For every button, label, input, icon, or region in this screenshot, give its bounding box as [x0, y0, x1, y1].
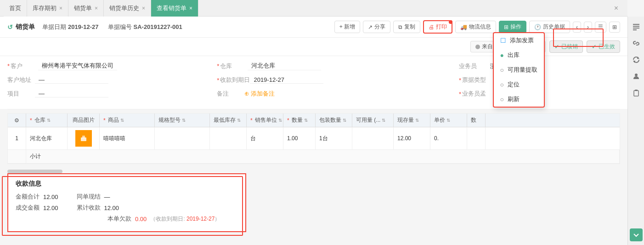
payment-title: 收款信息 [16, 180, 238, 188]
next-button[interactable]: › [584, 22, 592, 33]
form-title-text: 销货单 [16, 23, 35, 31]
th-more: 数 [467, 114, 486, 127]
sort-stock-icon: ⇅ [415, 118, 419, 123]
effect-button[interactable]: ✓ 已生效 [587, 40, 620, 53]
th-settings[interactable]: ⚙ [8, 114, 26, 127]
tab-view-sales[interactable]: 查看销货单 × [151, 0, 198, 17]
subtotal-row: 小计 [8, 150, 620, 164]
settings-icon: ⚙ [14, 117, 19, 124]
view1-button[interactable]: ☰ [595, 22, 606, 33]
customer-value[interactable]: 柳州粤港平安气体有限公司 [38, 62, 117, 70]
logistics-button[interactable]: 🚚 物流信息 [455, 21, 496, 33]
th-minstock[interactable]: 最低库存 ⇅ [210, 114, 247, 127]
payment-total: 金额合计 12.00 [16, 193, 58, 201]
th-stock[interactable]: 现存量 ⇅ [394, 114, 430, 127]
sort-price-icon: ⇅ [446, 118, 450, 123]
address-field: 客户地址 — [7, 76, 169, 84]
td-product-1[interactable]: 嘻嘻嘻嘻 [100, 127, 155, 149]
address-value[interactable]: — [35, 76, 108, 84]
th-product[interactable]: * 商品 ⇅ [100, 114, 155, 127]
history-icon: 🕐 [534, 24, 541, 30]
svg-rect-10 [635, 90, 638, 91]
no-meta: 单据编号 SA-20191227-001 [108, 23, 182, 31]
add-note-button[interactable]: ⊕ 添加备注 [244, 90, 275, 98]
due-date-value[interactable]: 2019-12-27 [250, 76, 323, 84]
grid-icon: ⊞ [504, 24, 508, 30]
scroll-bar[interactable] [7, 170, 620, 173]
sidebar-icon-clipboard[interactable] [630, 86, 643, 99]
payment-cumulative: 累计收款 12.00 [77, 204, 119, 212]
project-value[interactable]: — [35, 90, 108, 97]
td-qty-1[interactable]: 1.00 [283, 127, 316, 149]
td-spec-1[interactable] [155, 127, 210, 149]
sidebar-icon-link[interactable] [630, 37, 643, 50]
tab-close-inventory[interactable]: × [59, 5, 62, 11]
sidebar-icon-user[interactable] [630, 70, 643, 83]
effect-icon: ✓ [592, 43, 597, 50]
tab-close-sales[interactable]: × [95, 5, 98, 11]
warehouse-value[interactable]: 河北仓库 [248, 62, 321, 70]
sidebar-icon-list[interactable] [630, 20, 643, 33]
th-price[interactable]: 单价 ⇅ [430, 114, 467, 127]
avail-icon: ○ [500, 66, 504, 74]
payment-row-2: 成交金额 12.00 累计收款 12.00 [16, 204, 238, 212]
th-spec[interactable]: 规格型号 ⇅ [155, 114, 210, 127]
th-warehouse[interactable]: * 仓库 ⇅ [26, 114, 68, 127]
td-price-1: 0. [430, 127, 467, 149]
prev-button[interactable]: ‹ [573, 22, 581, 33]
tab-inventory-init[interactable]: 库存期初 × [27, 0, 68, 17]
th-pkgqty[interactable]: 包装数量 ⇅ [316, 114, 352, 127]
sidebar-icon-expand[interactable] [630, 228, 643, 239]
tab-close-sales-history[interactable]: × [142, 5, 145, 11]
svg-rect-4 [633, 26, 639, 27]
td-warehouse-1[interactable]: 河北仓库 [26, 127, 68, 149]
dropdown-locate[interactable]: ○ 定位 [494, 77, 544, 92]
tab-sales-history[interactable]: 销货单历史 × [104, 0, 151, 17]
dropdown-outbound[interactable]: ● 出库 [494, 48, 544, 63]
payment-debt: 本单欠款 0.00 （收款到期日: 2019-12-27） [107, 215, 220, 223]
td-minstock-1[interactable] [210, 127, 247, 149]
dropdown-refresh[interactable]: ○ 刷新 [494, 92, 544, 107]
note-field: 备注 ⊕ 添加备注 [217, 90, 378, 98]
tab-sales[interactable]: 销货单 × [68, 0, 104, 17]
right-sidebar [627, 17, 644, 239]
scroll-thumb[interactable] [7, 170, 62, 173]
new-button[interactable]: + 新增 [334, 21, 360, 33]
product-table: ⚙ * 仓库 ⇅ 商品图片 * 商品 ⇅ 规格型号 ⇅ 最低库存 ⇅ [7, 113, 620, 164]
plus-icon: ⊕ [244, 90, 249, 97]
checked-button[interactable]: ✓ 已核销 [549, 40, 583, 53]
operation-button[interactable]: ⊞ 操作 [499, 21, 526, 33]
copy-button[interactable]: ⧉ 复制 [393, 21, 420, 33]
svg-rect-2 [82, 136, 85, 138]
print-button[interactable]: 🖨 打印 [423, 20, 452, 34]
th-qty[interactable]: * 数量 ⇅ [283, 114, 316, 127]
share-button[interactable]: ↗ 分享 [363, 21, 390, 33]
tab-home[interactable]: 首页 [4, 0, 27, 17]
tab-close-view-sales[interactable]: × [189, 5, 192, 11]
sidebar-icon-rotate[interactable] [630, 53, 643, 66]
share-icon: ↗ [368, 24, 373, 30]
svg-rect-9 [634, 91, 638, 96]
sort-minstock-icon: ⇅ [237, 118, 241, 123]
operation-dropdown: ☐ 添加发票 ● 出库 ○ 可用量提取 ○ 定位 ○ 刷新 [493, 32, 545, 108]
svg-rect-3 [633, 24, 639, 25]
sort-unit-icon: ⇅ [278, 118, 282, 123]
dropdown-avail-extract[interactable]: ○ 可用量提取 [494, 63, 544, 77]
th-avail[interactable]: 可用量 (... ⇅ [352, 114, 394, 127]
td-unit-1[interactable]: 台 [247, 127, 283, 149]
payment-box: 收款信息 金额合计 12.00 同单现结 — 成交金额 12.00 累计收款 1… [7, 173, 246, 232]
product-image-1 [75, 130, 92, 147]
view2-button[interactable]: ⊞ [609, 22, 620, 33]
form-meta: 单据日期 2019-12-27 单据编号 SA-20191227-001 [42, 23, 182, 31]
due-date-field: * 收款到期日 2019-12-27 [217, 76, 378, 84]
payment-same-settle: 同单现结 — [77, 193, 110, 201]
history-button[interactable]: 🕐 历史单据 [529, 21, 570, 33]
copy-icon: ⧉ [398, 24, 402, 30]
payment-deal-amount: 成交金额 12.00 [16, 204, 58, 212]
window-close-button[interactable]: × [609, 4, 624, 12]
table-row: 1 河北仓库 嘻嘻嘻嘻 台 1.00 1台 [8, 127, 620, 150]
dropdown-add-invoice[interactable]: ☐ 添加发票 [494, 33, 544, 48]
invoice-icon: ☐ [500, 37, 506, 44]
th-unit[interactable]: * 销售单位 ⇅ [247, 114, 283, 127]
td-pkgqty-1[interactable]: 1台 [316, 127, 352, 149]
